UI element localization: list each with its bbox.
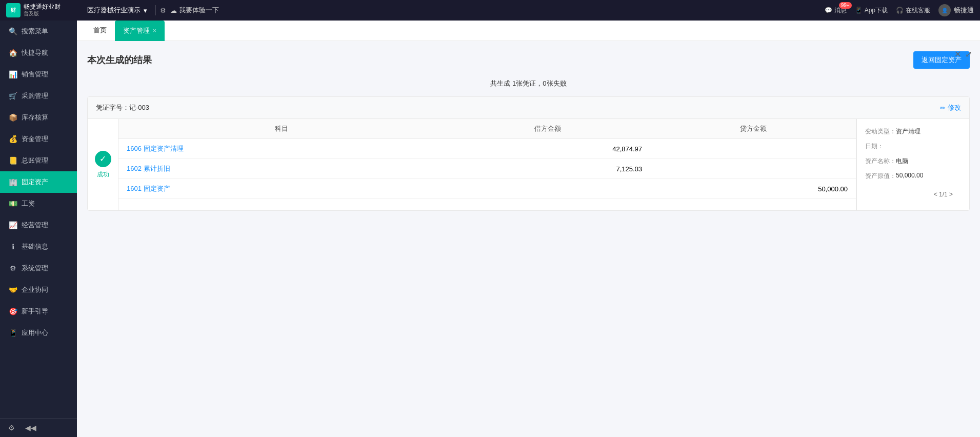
side-info-panel: 变动类型： 资产清理 日期： 资产名称： 电脑 资产原值： <box>856 119 969 210</box>
sidebar-item-enterprise[interactable]: 🤝 企业协同 <box>0 279 77 301</box>
building-icon: 🏢 <box>8 177 17 187</box>
tab-close-icon[interactable]: × <box>153 27 156 34</box>
edit-button[interactable]: ✏ 修改 <box>940 103 961 112</box>
sidebar-item-inventory[interactable]: 📦 库存核算 <box>0 107 77 128</box>
company-selector[interactable]: 医疗器械行业演示 ▾ <box>83 4 151 17</box>
row3-credit: 50,000.00 <box>650 179 856 199</box>
enterprise-icon: 🤝 <box>8 285 17 294</box>
asset-original-value: 50,000.00 <box>896 172 923 181</box>
tab-home-label: 首页 <box>93 26 107 35</box>
app-download-label: App下载 <box>865 6 888 15</box>
panel-controls: ✕ ⤢ <box>954 49 972 59</box>
sidebar-item-search[interactable]: 🔍 搜索菜单 <box>0 21 77 42</box>
cloud-icon: ☁ <box>170 7 177 14</box>
logo-sub: 普及版 <box>24 10 61 17</box>
expand-panel-icon[interactable]: ⤢ <box>965 49 972 59</box>
sidebar-item-business[interactable]: 📈 经营管理 <box>0 214 77 236</box>
sidebar-item-fixed-assets[interactable]: 🏢 固定资产 <box>0 171 77 193</box>
row2-credit <box>650 159 856 179</box>
row1-subject[interactable]: 1606 固定资产清理 <box>118 139 445 159</box>
sidebar-item-payroll[interactable]: 💵 工资 <box>0 193 77 214</box>
logo-area: 财 畅捷通好业财 普及版 <box>6 3 83 17</box>
voucher-header: 凭证字号：记-003 ✏ 修改 <box>88 97 969 119</box>
sidebar-item-label: 总账管理 <box>22 156 48 165</box>
edit-icon: ✏ <box>940 104 946 112</box>
change-type-label: 变动类型： <box>865 127 896 136</box>
date-label: 日期： <box>865 142 896 151</box>
sidebar-item-label: 基础信息 <box>22 242 48 251</box>
col-subject: 科目 <box>118 119 445 139</box>
tab-assets[interactable]: 资产管理 × <box>115 21 165 41</box>
app-download-btn[interactable]: 📱 App下载 <box>855 6 888 15</box>
row2-subject[interactable]: 1602 累计折旧 <box>118 159 445 179</box>
sidebar-item-label: 工资 <box>22 199 35 208</box>
experience-label: 我要体验一下 <box>179 6 219 15</box>
phone-icon: 📱 <box>855 7 863 14</box>
sidebar-item-sales[interactable]: 📊 销售管理 <box>0 64 77 85</box>
success-badge-area: ✓ 成功 <box>88 119 118 210</box>
experience-button[interactable]: ☁ 我要体验一下 <box>170 6 219 15</box>
search-icon: 🔍 <box>8 27 17 36</box>
guide-icon: 🎯 <box>8 307 17 316</box>
sidebar-item-apps[interactable]: 📱 应用中心 <box>0 322 77 344</box>
sales-icon: 📊 <box>8 70 17 79</box>
system-icon: ⚙ <box>8 264 17 273</box>
apps-icon: 📱 <box>8 328 17 337</box>
sidebar-item-finance[interactable]: 💰 资金管理 <box>0 128 77 150</box>
edit-label: 修改 <box>948 103 961 112</box>
col-credit: 贷方金额 <box>650 119 856 139</box>
voucher-number: 凭证字号：记-003 <box>96 103 149 112</box>
sidebar-item-label: 库存核算 <box>22 113 48 122</box>
sidebar-item-guide[interactable]: 🎯 新手引导 <box>0 301 77 322</box>
sidebar-item-quick-nav[interactable]: 🏠 快捷导航 <box>0 42 77 64</box>
table-area: ✓ 成功 科目 借方金额 贷方金额 <box>88 119 856 210</box>
sidebar-item-purchase[interactable]: 🛒 采购管理 <box>0 85 77 107</box>
sidebar-collapse-icon[interactable]: ◀◀ <box>25 424 36 432</box>
message-badge: 99+ <box>839 2 852 9</box>
col-debit: 借方金额 <box>445 119 650 139</box>
tab-assets-label: 资产管理 <box>123 26 150 35</box>
content-area: 首页 资产管理 × ✕ ⤢ 本次生成的结果 返回固定资产 共生成 1张凭证，0张… <box>77 21 980 437</box>
sidebar-item-label: 新手引导 <box>22 307 48 316</box>
sidebar: 🔍 搜索菜单 🏠 快捷导航 📊 销售管理 🛒 采购管理 📦 库存核算 💰 资金管… <box>0 21 77 437</box>
summary-text: 共生成 1张凭证，0张失败 <box>490 80 566 87</box>
row3-debit <box>445 179 650 199</box>
success-circle: ✓ <box>95 151 111 167</box>
sidebar-item-label: 企业协同 <box>22 285 48 294</box>
sidebar-item-label: 经营管理 <box>22 221 48 230</box>
page-title-row: 本次生成的结果 返回固定资产 <box>87 51 970 69</box>
page-content: ✕ ⤢ 本次生成的结果 返回固定资产 共生成 1张凭证，0张失败 凭证字号：记-… <box>77 41 980 437</box>
online-service-btn[interactable]: 🎧 在线客服 <box>896 6 930 15</box>
user-area[interactable]: 👤 畅捷通 <box>938 4 974 16</box>
finance-icon: 💰 <box>8 134 17 144</box>
sidebar-item-label: 快捷导航 <box>22 48 48 57</box>
main-layout: 🔍 搜索菜单 🏠 快捷导航 📊 销售管理 🛒 采购管理 📦 库存核算 💰 资金管… <box>0 21 980 437</box>
sidebar-item-general-ledger[interactable]: 📒 总账管理 <box>0 150 77 171</box>
message-icon: 💬 <box>825 7 832 14</box>
row3-subject[interactable]: 1601 固定资产 <box>118 179 445 199</box>
sidebar-bottom: ⚙ ◀◀ <box>0 418 77 437</box>
close-panel-icon[interactable]: ✕ <box>954 49 961 59</box>
divider <box>155 5 156 15</box>
username: 畅捷通 <box>954 6 974 15</box>
inventory-icon: 📦 <box>8 113 17 122</box>
sidebar-item-system[interactable]: ⚙ 系统管理 <box>0 257 77 279</box>
voucher-section: 凭证字号：记-003 ✏ 修改 ✓ 成功 <box>87 96 970 211</box>
sidebar-item-label: 系统管理 <box>22 264 48 273</box>
sidebar-settings-icon[interactable]: ⚙ <box>8 424 15 432</box>
settings-icon-btn[interactable]: ⚙ <box>160 7 166 14</box>
table-row: 1601 固定资产 50,000.00 <box>118 179 856 199</box>
message-btn[interactable]: 💬 消息 99+ <box>825 6 847 15</box>
dropdown-icon: ▾ <box>144 7 147 14</box>
info-asset-original: 资产原值： 50,000.00 <box>865 172 961 181</box>
tab-home[interactable]: 首页 <box>85 21 115 41</box>
sidebar-item-label: 资金管理 <box>22 134 48 144</box>
business-icon: 📈 <box>8 221 17 230</box>
pagination[interactable]: < 1/1 > <box>865 187 961 202</box>
online-service-label: 在线客服 <box>906 6 930 15</box>
sidebar-item-basic-info[interactable]: ℹ 基础信息 <box>0 236 77 257</box>
gear-icon: ⚙ <box>160 7 166 14</box>
asset-name-value: 电脑 <box>896 157 908 166</box>
change-type-value: 资产清理 <box>896 127 921 136</box>
row2-debit: 7,125.03 <box>445 159 650 179</box>
